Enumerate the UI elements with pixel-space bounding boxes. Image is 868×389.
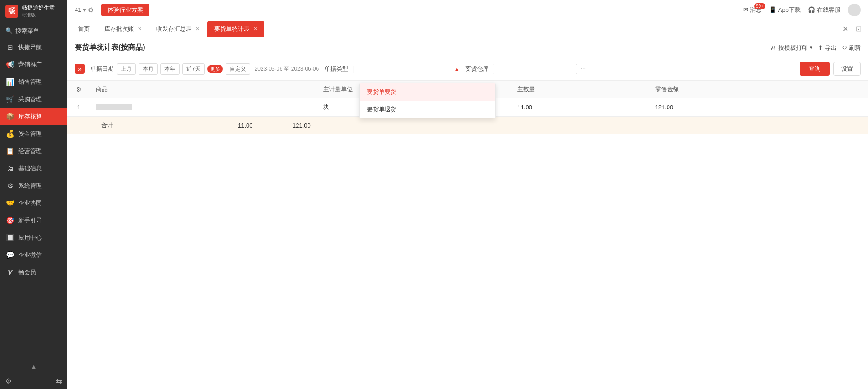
tab-home[interactable]: 首页: [71, 21, 97, 37]
tab-receive-summary[interactable]: 收发存汇总表 ✕: [149, 21, 206, 37]
sidebar-item-inventory[interactable]: 📦 库存核算: [0, 108, 67, 125]
footer-amount: 121.00: [287, 122, 342, 129]
refresh-label: 刷新: [849, 44, 861, 52]
sidebar-item-guide[interactable]: 🎯 新手引导: [0, 212, 67, 229]
app-logo-icon: 畅: [5, 5, 18, 18]
main-area: 41 ▾ ⚙ 体验行业方案 ✉ 消息 99+ 📱 App下载 🎧 在线客服: [67, 0, 868, 389]
row-product: [90, 98, 318, 116]
tab-receive-summary-close[interactable]: ✕: [195, 26, 200, 32]
sidebar-item-label: 采购管理: [18, 95, 42, 103]
top-header: 41 ▾ ⚙ 体验行业方案 ✉ 消息 99+ 📱 App下载 🎧 在线客服: [67, 0, 868, 20]
col-product: 商品: [90, 81, 318, 98]
sidebar-item-basic[interactable]: 🗂 基础信息: [0, 160, 67, 177]
date-more-badge[interactable]: 更多: [207, 65, 223, 73]
date-btn-custom[interactable]: 自定义: [226, 63, 250, 75]
date-btn-7days[interactable]: 近7天: [182, 63, 205, 75]
filter-settings-btn[interactable]: 设置: [833, 62, 861, 76]
header-breadcrumb: 41 ▾ ⚙: [75, 6, 94, 14]
gear-settings-icon[interactable]: ⚙: [88, 6, 94, 14]
sidebar-item-wechat[interactable]: 💬 企业微信: [0, 246, 67, 264]
type-filter-group: 单据类型 | ▲: [324, 64, 460, 74]
sidebar-item-finance[interactable]: 💰 资金管理: [0, 125, 67, 143]
export-btn[interactable]: ⬆ 导出: [818, 44, 837, 52]
date-filter-group: 单据日期 上月 本月 本年 近7天 更多 自定义 2023-05-06 至 20…: [90, 63, 319, 75]
query-btn[interactable]: 查询: [800, 62, 830, 76]
refresh-icon: ↻: [842, 44, 847, 51]
col-amount: 零售金额: [650, 81, 816, 98]
app-download-btn[interactable]: 📱 App下载: [769, 6, 801, 14]
sidebar-item-appstore[interactable]: 🔲 应用中心: [0, 229, 67, 246]
table-settings-icon[interactable]: ⚙: [76, 86, 82, 93]
settings-icon[interactable]: ⚙: [5, 377, 12, 385]
print-label: 按模板打印: [778, 44, 808, 52]
wechat-icon: 💬: [5, 251, 15, 259]
sidebar-item-label: 应用中心: [18, 234, 42, 242]
trial-btn[interactable]: 体验行业方案: [101, 4, 149, 16]
user-avatar[interactable]: [848, 4, 861, 16]
sidebar-item-system[interactable]: ⚙ 系统管理: [0, 177, 67, 194]
col-quantity: 主数量: [512, 81, 649, 98]
tabs-bar-right: ✕ ⊡: [840, 24, 864, 34]
sidebar: 畅 畅捷通好生意 标准版 🔍 搜索菜单 ⊞ 快捷导航 📢 营销推广 📊 销售管理…: [0, 0, 67, 389]
sidebar-bottom: ⚙ ⇆: [0, 373, 67, 389]
tabs-bar: 首页 库存批次账 ✕ 收发存汇总表 ✕ 要货单统计表 ✕ ✕ ⊡: [67, 20, 868, 38]
sidebar-item-quick-nav[interactable]: ⊞ 快捷导航: [0, 39, 67, 56]
search-icon: 🔍: [5, 27, 13, 34]
quick-nav-icon: ⊞: [5, 43, 15, 51]
marketing-icon: 📢: [5, 61, 15, 69]
sidebar-item-member[interactable]: V 畅会员: [0, 264, 67, 281]
sidebar-item-operations[interactable]: 📋 经营管理: [0, 143, 67, 160]
sidebar-item-label: 畅会员: [18, 268, 36, 276]
date-range-display: 2023-05-06 至 2023-06-06: [255, 65, 319, 73]
sidebar-item-sales[interactable]: 📊 销售管理: [0, 73, 67, 91]
filter-expand-btn[interactable]: »: [75, 64, 85, 74]
footer-quantity: 11.00: [232, 122, 287, 129]
warehouse-filter-input[interactable]: [493, 64, 577, 74]
warehouse-filter-group: 要货仓库 ···: [465, 64, 587, 74]
date-btn-this-year[interactable]: 本年: [160, 63, 180, 75]
type-filter-label: 单据类型: [324, 65, 348, 73]
print-btn[interactable]: 🖨 按模板打印 ▾: [770, 44, 812, 52]
print-dropdown-icon[interactable]: ▾: [810, 45, 812, 51]
tab-order-stats-label: 要货单统计表: [214, 25, 250, 33]
date-btn-prev-month[interactable]: 上月: [117, 63, 136, 75]
page-title: 要货单统计表(按商品): [75, 43, 145, 52]
dropdown-item-requisition[interactable]: 要货单要货: [360, 83, 495, 101]
tab-inventory-batch[interactable]: 库存批次账 ✕: [98, 21, 149, 37]
messages-btn[interactable]: ✉ 消息 99+: [743, 6, 762, 14]
filter-actions: 查询 设置: [800, 62, 861, 76]
dropdown-item-requisition-label: 要货单要货: [367, 88, 396, 95]
online-service-label: 在线客服: [817, 6, 841, 14]
tab-expand-btn[interactable]: ⊡: [853, 24, 864, 34]
sidebar-item-marketing[interactable]: 📢 营销推广: [0, 56, 67, 73]
warehouse-more-icon[interactable]: ···: [581, 65, 587, 73]
sidebar-item-label: 快捷导航: [18, 43, 42, 51]
refresh-btn[interactable]: ↻ 刷新: [842, 44, 861, 52]
download-icon: 📱: [769, 6, 776, 13]
sidebar-scroll-up[interactable]: ▲: [0, 360, 67, 373]
dropdown-item-return[interactable]: 要货单退货: [360, 101, 495, 118]
warehouse-filter-label: 要货仓库: [465, 65, 489, 73]
sidebar-item-label: 企业协同: [18, 199, 42, 207]
collapse-icon[interactable]: ⇆: [56, 377, 62, 385]
purchase-icon: 🛒: [5, 95, 15, 103]
online-service-btn[interactable]: 🎧 在线客服: [808, 6, 841, 14]
sidebar-item-label: 系统管理: [18, 182, 42, 190]
member-icon: V: [5, 268, 15, 276]
type-filter-input[interactable]: [360, 64, 451, 73]
date-btn-this-month[interactable]: 本月: [139, 63, 158, 75]
col-settings: ⚙: [67, 81, 90, 98]
sidebar-item-collab[interactable]: 🤝 企业协同: [0, 194, 67, 212]
type-filter-arrow[interactable]: ▲: [454, 66, 460, 72]
tab-inventory-batch-close[interactable]: ✕: [138, 26, 142, 32]
tab-order-stats[interactable]: 要货单统计表 ✕: [207, 21, 264, 37]
date-filter-label: 单据日期: [90, 65, 114, 73]
tab-order-stats-close[interactable]: ✕: [253, 26, 257, 32]
tab-close-all-btn[interactable]: ✕: [840, 24, 851, 34]
breadcrumb-dropdown-icon[interactable]: ▾: [83, 6, 86, 13]
product-name-blurred: [96, 104, 132, 110]
sidebar-item-label: 销售管理: [18, 78, 42, 86]
sidebar-search[interactable]: 🔍 搜索菜单: [0, 23, 67, 39]
sidebar-item-purchase[interactable]: 🛒 采购管理: [0, 91, 67, 108]
sidebar-item-label: 库存核算: [18, 113, 42, 121]
